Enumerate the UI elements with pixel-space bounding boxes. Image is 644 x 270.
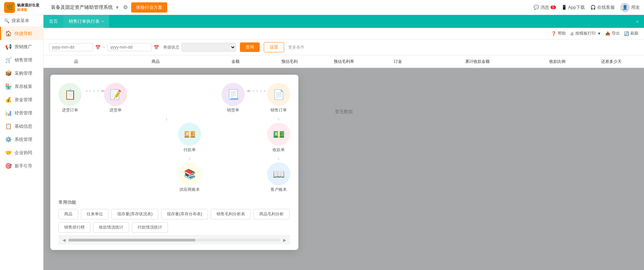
flow-node-supplier[interactable]: 📚: [178, 162, 201, 185]
modal: 📋 ▶: [50, 75, 298, 250]
sidebar-item-quick-nav[interactable]: 🏠 快捷导航: [0, 27, 43, 40]
sidebar-item-enterprise[interactable]: 🤝 企业协同: [0, 146, 43, 159]
func-btn-counterpart[interactable]: 往来单位: [81, 209, 109, 219]
date-input[interactable]: [49, 43, 93, 51]
date-end-input[interactable]: [107, 43, 152, 51]
flow-node-customer[interactable]: 📖: [267, 162, 290, 185]
logo-icon: 🌿: [4, 2, 15, 13]
modal-overlay[interactable]: 📋 ▶: [43, 68, 644, 270]
col-deposit: 订金: [371, 59, 425, 65]
modal-content: 📋 ▶: [50, 75, 298, 250]
func-btn-goods[interactable]: 商品: [58, 209, 78, 219]
calendar-icon[interactable]: 📅: [95, 45, 101, 50]
sidebar-item-inventory[interactable]: 🏪 库存核算: [0, 80, 43, 93]
operation-icon: 📊: [5, 110, 12, 116]
help-icon: ❓: [551, 31, 556, 36]
finance-icon: 💰: [5, 96, 12, 103]
more-conditions[interactable]: 更多条件: [288, 44, 304, 50]
app-download-item[interactable]: 📱 App下载: [561, 4, 585, 11]
arrow-h-2: ◀: [249, 91, 266, 91]
flow-node-purchase-order[interactable]: 📋: [58, 83, 82, 106]
func-buttons-row-1: 商品 往来单位 现存量(库存状况表) 现存量(库存分布表) 销售毛利分析表 商品…: [58, 209, 290, 219]
flow-node-sales-order[interactable]: 📄: [267, 83, 290, 106]
flow-row-3: 📚 📖: [58, 162, 290, 185]
col-collected: 累计收款金额: [425, 59, 530, 65]
flow-arrows-down: ↓ ↓: [58, 116, 290, 121]
logo-text: 畅康通好生意 标准版: [17, 3, 39, 12]
user-item[interactable]: 👤 用友: [620, 3, 640, 12]
col-amount: 金额: [209, 59, 263, 65]
sidebar-item-system[interactable]: ⚙️ 系统管理: [0, 133, 43, 146]
date-separator: ~: [103, 45, 105, 50]
func-btn-stock-dist[interactable]: 现存量(库存分布表): [161, 209, 208, 219]
dropdown-arrow-icon[interactable]: ▼: [115, 5, 120, 10]
phone-icon: 📱: [561, 5, 567, 10]
func-btn-stock-status[interactable]: 现存量(库存状况表): [111, 209, 158, 219]
label-sales-receipt: 销货单: [222, 107, 245, 113]
func-buttons-row-2: 销售排行榜 收款情况统计 付款情况统计: [58, 222, 290, 233]
sidebar-search[interactable]: 🔍 搜索菜单: [0, 15, 43, 27]
flow-node-payment[interactable]: 💴: [178, 123, 201, 146]
export-button[interactable]: 📤 导出: [605, 31, 620, 36]
label-supplier: 供应商账本: [178, 187, 201, 193]
flow-node-purchase-receipt[interactable]: 📝: [104, 83, 127, 106]
customer-icon: 📖: [267, 162, 290, 185]
func-btn-sales-profit[interactable]: 销售毛利分析表: [211, 209, 251, 219]
func-btn-sales-rank[interactable]: 销售排行榜: [58, 222, 90, 233]
system-title: 装备及固定资产辅助管理系统 ▼: [51, 4, 120, 11]
sales-order-icon: 📄: [267, 83, 290, 106]
content-area: 首页 销售订单执行表 × × ❓ 帮助 🖨 按模板打印: [43, 15, 644, 270]
func-btn-purchase-stats[interactable]: 付款情况统计: [132, 222, 168, 233]
arrow-down-2: ↓: [267, 116, 290, 121]
print-icon: 🖨: [570, 31, 574, 36]
supplier-icon: 📚: [178, 162, 201, 185]
tab-close-main-icon[interactable]: ×: [630, 19, 644, 24]
refresh-button[interactable]: 🔄 刷新: [624, 31, 639, 36]
col-ratio: 收款比例: [530, 59, 585, 65]
flow-labels-3: 供应商账本 客户账本: [58, 187, 290, 193]
col-est-profit: 预估毛利: [263, 59, 317, 65]
help-button[interactable]: ❓ 帮助: [551, 31, 566, 36]
sidebar-item-purchase[interactable]: 📦 采购管理: [0, 67, 43, 80]
filter-bar: 📅 ~ 📅 单据状态 查询 设置 更多条件: [43, 39, 644, 55]
receipt-icon: 💵: [267, 123, 290, 146]
sidebar-nav: 🏠 快捷导航 📢 营销推广 🛒 销售管理 📦 采购管理 🏪 库存核: [0, 27, 43, 270]
sidebar-item-new-guide[interactable]: 🎯 新手引导: [0, 159, 43, 173]
online-service-item[interactable]: 🎧 在线客服: [590, 4, 615, 11]
status-select[interactable]: [181, 43, 236, 52]
print-button[interactable]: 🖨 按模板打印 ▼: [570, 31, 601, 36]
sidebar-item-operation[interactable]: 📊 经营管理: [0, 106, 43, 120]
message-item[interactable]: 💬 消息 5: [534, 4, 556, 11]
scroll-track[interactable]: [68, 239, 280, 241]
purchase-order-icon: 📋: [58, 83, 82, 106]
down-spacer: [178, 116, 267, 121]
sidebar: 🔍 搜索菜单 🏠 快捷导航 📢 营销推广 🛒 销售管理 📦: [0, 15, 43, 270]
scroll-left-icon[interactable]: ◀: [63, 238, 66, 242]
settings-icon[interactable]: ⚙: [123, 4, 128, 11]
sidebar-item-finance[interactable]: 💰 资金管理: [0, 93, 43, 106]
experience-button[interactable]: 体验行业方案: [131, 2, 167, 13]
sidebar-item-base-info[interactable]: 📋 基础信息: [0, 120, 43, 133]
flow-node-sales-receipt[interactable]: 📃: [222, 83, 245, 106]
tab-sales-order[interactable]: 销售订单执行表 ×: [63, 15, 109, 28]
scroll-right-icon[interactable]: ▶: [283, 238, 286, 242]
tab-close-icon[interactable]: ×: [102, 19, 104, 23]
func-btn-payment-stats[interactable]: 收款情况统计: [93, 222, 129, 233]
tab-home[interactable]: 首页: [43, 15, 63, 28]
scroll-thumb: [68, 239, 195, 241]
flow-arrows-down-2: ↓ ↓: [58, 156, 290, 161]
func-btn-goods-profit[interactable]: 商品毛利分析: [254, 209, 290, 219]
calendar-icon-end[interactable]: 📅: [154, 45, 159, 50]
enterprise-icon: 🤝: [5, 149, 12, 156]
sidebar-item-sales[interactable]: 🛒 销售管理: [0, 53, 43, 67]
flow-node-receipt[interactable]: 💵: [267, 123, 290, 146]
search-button[interactable]: 查询: [240, 42, 260, 52]
flow-row-2: 💴 💵: [58, 123, 290, 146]
message-icon: 💬: [534, 5, 539, 10]
base-info-icon: 📋: [5, 123, 12, 129]
top-bar-right: 💬 消息 5 📱 App下载 🎧 在线客服 👤 用友: [534, 3, 640, 12]
arrow-h-1: ▶: [86, 91, 103, 91]
setting-button[interactable]: 设置: [264, 42, 284, 52]
sidebar-item-marketing[interactable]: 📢 营销推广: [0, 40, 43, 53]
logo-area: 🌿 畅康通好生意 标准版: [4, 2, 48, 13]
